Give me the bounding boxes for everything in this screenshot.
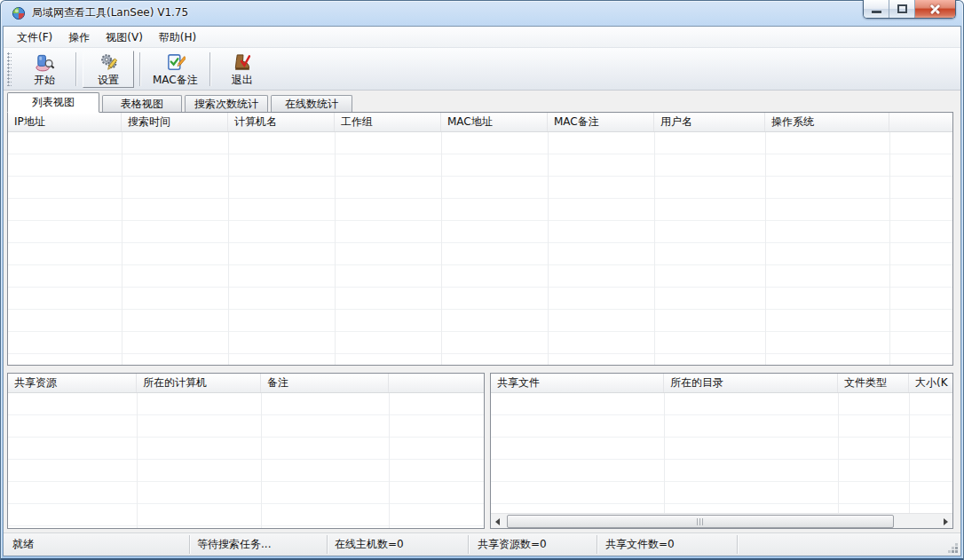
status-task: 等待搜索任务...: [197, 533, 271, 556]
column-gridline: [654, 132, 655, 365]
scroll-left-button[interactable]: [491, 514, 506, 528]
column-header-mac-note[interactable]: MAC备注: [548, 113, 654, 131]
scroll-right-icon: [944, 518, 948, 525]
shared-files-header: 共享文件 所在的目录 文件类型 大小(K: [491, 374, 952, 393]
scrollbar-thumb[interactable]: [507, 515, 894, 528]
shared-files-body: [491, 393, 952, 513]
status-separator: [597, 535, 598, 554]
column-header-ip[interactable]: IP地址: [8, 113, 122, 131]
toolbar-separator: [209, 52, 211, 86]
status-online-hosts: 在线主机数=0: [335, 533, 404, 556]
column-gridline: [335, 132, 336, 365]
client-area: 文件(F) 操作 视图(V) 帮助(H) 开始: [4, 27, 960, 556]
host-list-header: IP地址 搜索时间 计算机名 工作组 MAC地址 MAC备注 用户名 操作系统: [8, 113, 952, 132]
host-list-body: [8, 132, 952, 365]
app-window: 局域网查看工具(LanSee) V1.75 文件(F) 操作 视图(V) 帮助(…: [0, 0, 964, 560]
mac-note-button-label: MAC备注: [153, 74, 198, 86]
close-button[interactable]: [915, 0, 955, 19]
toolbar-separator: [139, 52, 141, 86]
maximize-button[interactable]: [889, 0, 915, 19]
column-gridline: [909, 393, 910, 513]
column-gridline: [389, 393, 390, 528]
column-header-file-size[interactable]: 大小(K: [909, 374, 952, 392]
column-header-directory[interactable]: 所在的目录: [664, 374, 838, 392]
shared-files-panel: 共享文件 所在的目录 文件类型 大小(K: [490, 373, 953, 529]
column-gridline: [889, 132, 890, 365]
toolbar-gripper[interactable]: [7, 52, 12, 86]
tab-online-count-stats[interactable]: 在线数统计: [271, 95, 352, 113]
host-list-view: IP地址 搜索时间 计算机名 工作组 MAC地址 MAC备注 用户名 操作系统: [7, 112, 953, 366]
settings-button[interactable]: 设置: [83, 51, 134, 88]
mac-note-notepad-icon: [165, 52, 186, 73]
column-header-search-time[interactable]: 搜索时间: [122, 113, 228, 131]
start-button-label: 开始: [34, 74, 55, 86]
resize-grip[interactable]: [945, 540, 959, 554]
column-header-mac-address[interactable]: MAC地址: [441, 113, 548, 131]
start-magnifier-icon: [35, 52, 55, 73]
column-gridline: [122, 132, 122, 365]
column-header-file-type[interactable]: 文件类型: [838, 374, 909, 392]
exit-boot-icon: [232, 52, 252, 73]
status-shared-resources: 共享资源数=0: [478, 533, 547, 556]
maximize-icon: [897, 4, 907, 13]
exit-button-label: 退出: [232, 74, 253, 86]
scroll-left-icon: [495, 518, 500, 525]
status-separator: [327, 535, 328, 554]
column-gridline: [228, 132, 229, 365]
tab-search-count-stats[interactable]: 搜索次数统计: [185, 95, 268, 113]
status-ready: 就绪: [12, 533, 34, 556]
menubar: 文件(F) 操作 视图(V) 帮助(H): [4, 27, 960, 48]
status-separator: [737, 535, 739, 554]
mac-note-button[interactable]: MAC备注: [146, 51, 204, 88]
statusbar: 就绪 等待搜索任务... 在线主机数=0 共享资源数=0 共享文件数=0: [4, 532, 960, 556]
start-button[interactable]: 开始: [19, 51, 70, 88]
column-gridline: [838, 393, 839, 513]
column-gridline: [441, 132, 442, 365]
menu-operate[interactable]: 操作: [60, 28, 98, 47]
settings-button-label: 设置: [98, 74, 119, 86]
toolbar: 开始 设置: [4, 48, 960, 91]
tab-list-view[interactable]: 列表视图: [7, 92, 99, 113]
shared-resources-header: 共享资源 所在的计算机 备注: [8, 374, 484, 393]
minimize-icon: [872, 11, 881, 13]
window-controls: [863, 0, 956, 19]
column-gridline: [261, 393, 262, 528]
column-header-note[interactable]: 备注: [261, 374, 389, 392]
column-header-empty[interactable]: [889, 113, 952, 131]
status-separator: [468, 535, 470, 554]
column-header-username[interactable]: 用户名: [654, 113, 765, 131]
minimize-button[interactable]: [864, 0, 889, 19]
shared-resources-panel: 共享资源 所在的计算机 备注: [7, 373, 485, 529]
settings-gears-pencil-icon: [99, 52, 119, 73]
column-header-computer-name[interactable]: 计算机名: [228, 113, 335, 131]
titlebar[interactable]: 局域网查看工具(LanSee) V1.75: [0, 0, 964, 27]
menu-view[interactable]: 视图(V): [98, 28, 151, 47]
shared-resources-body: [8, 393, 484, 528]
lansee-globe-icon[interactable]: [12, 6, 26, 20]
scrollbar-grip-icon: [697, 518, 705, 525]
toolbar-separator: [75, 52, 77, 86]
status-shared-files: 共享文件数=0: [605, 533, 675, 556]
column-gridline: [765, 132, 766, 365]
column-gridline: [548, 132, 549, 365]
column-header-os[interactable]: 操作系统: [765, 113, 889, 131]
column-header-shared-resource[interactable]: 共享资源: [8, 374, 137, 392]
column-gridline: [137, 393, 138, 528]
exit-button[interactable]: 退出: [217, 51, 268, 88]
window-title: 局域网查看工具(LanSee) V1.75: [32, 0, 188, 26]
column-header-shared-file[interactable]: 共享文件: [491, 374, 664, 392]
menu-help[interactable]: 帮助(H): [151, 28, 204, 47]
column-header-empty[interactable]: [389, 374, 484, 392]
horizontal-scrollbar[interactable]: [491, 513, 952, 528]
status-separator: [189, 535, 191, 554]
menu-file[interactable]: 文件(F): [9, 28, 60, 47]
scroll-right-button[interactable]: [937, 514, 952, 528]
column-gridline: [664, 393, 665, 513]
column-header-host-computer[interactable]: 所在的计算机: [137, 374, 261, 392]
column-header-workgroup[interactable]: 工作组: [335, 113, 441, 131]
tab-table-view[interactable]: 表格视图: [102, 95, 182, 113]
